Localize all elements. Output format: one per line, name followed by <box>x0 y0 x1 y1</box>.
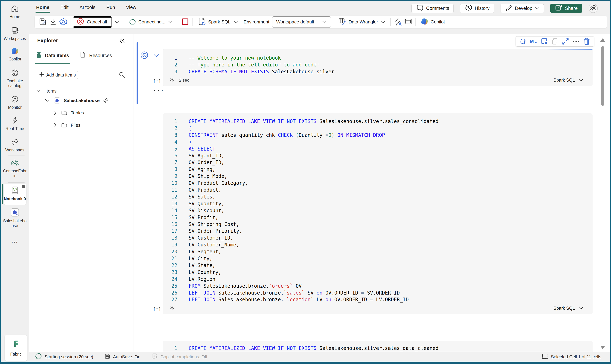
code-line: 13SV.Quantity, <box>163 200 592 207</box>
collapsed-output-indicator[interactable]: ... <box>153 86 164 92</box>
explorer-tab-data-items[interactable]: Data items <box>36 52 69 64</box>
menu-tab-edit[interactable]: Edit <box>60 3 69 13</box>
rail-item-saleslakehouse[interactable]: SalesLakehouse <box>1 208 28 228</box>
add-data-items-button[interactable]: Add data items <box>37 71 78 79</box>
rail-item-realtime[interactable]: Real-Time <box>1 117 28 131</box>
menu-tab-home[interactable]: Home <box>36 3 50 13</box>
scrollbar-thumb[interactable] <box>601 46 604 106</box>
more-actions-icon[interactable] <box>572 38 580 45</box>
rail-item-onelake[interactable]: OneLakecatalog <box>1 69 28 88</box>
cancel-all-dropdown[interactable] <box>112 21 122 24</box>
workspace-environment-select[interactable]: Workspace default <box>272 16 331 28</box>
share-button[interactable]: Share <box>550 4 582 13</box>
unsaved-dot <box>22 185 25 188</box>
cell-language-picker[interactable]: Spark SQL <box>554 78 583 83</box>
scroll-up-arrow[interactable] <box>600 38 606 43</box>
chevron-down-icon <box>381 19 385 25</box>
collapse-panel-icon[interactable] <box>119 38 125 44</box>
environment-button[interactable]: Environment <box>241 17 272 27</box>
pin-icon[interactable] <box>103 98 108 103</box>
expand-cell-icon[interactable] <box>562 38 569 45</box>
data-wrangler-button[interactable]: Data Wrangler <box>335 17 388 27</box>
code-line: 23LV.Country, <box>163 269 592 276</box>
rail-item-contosofabric[interactable]: ContosoFabric <box>1 159 28 178</box>
chevron-right-icon[interactable] <box>54 111 57 115</box>
session-status-button[interactable]: Connecting... <box>126 17 176 27</box>
rail-item-workspaces[interactable]: Workspaces <box>1 26 28 41</box>
code-formatter-button[interactable] <box>393 17 403 27</box>
explorer-tab-resources[interactable]: Resources <box>80 52 112 64</box>
status-bar: Starting session (20 sec) AutoSave: On C… <box>28 352 610 362</box>
cancel-all-button[interactable]: Cancel all <box>73 16 112 28</box>
duplicate-cell-icon[interactable] <box>551 38 559 45</box>
fabric-logo-card[interactable]: Fabric <box>5 335 27 361</box>
cancel-run-icon[interactable] <box>140 51 149 60</box>
code-text: LV.Segment, <box>189 248 221 255</box>
menu-tab-view[interactable]: View <box>126 3 136 13</box>
export-button[interactable] <box>48 17 58 27</box>
copilot-button-label: Copilot <box>431 19 445 25</box>
menu-tab-run[interactable]: Run <box>106 3 116 13</box>
delete-cell-icon[interactable] <box>583 38 591 45</box>
settings-button[interactable] <box>58 17 68 27</box>
menu-tab-ai-tools[interactable]: AI tools <box>79 3 96 13</box>
rail-item-notebook0[interactable]: Notebook 0 <box>1 186 28 201</box>
flash_a-icon <box>394 17 402 27</box>
session-status-label: Starting session (20 sec) <box>45 354 93 359</box>
variables-panel-button[interactable] <box>403 17 413 27</box>
session-status: Starting session (20 sec) <box>35 352 93 361</box>
tree-item-tables[interactable]: Tables <box>54 109 84 117</box>
scroll-down-arrow[interactable] <box>600 345 606 351</box>
copilot-cell-icon[interactable] <box>519 38 527 45</box>
execution-count-badge: [*] <box>152 307 162 312</box>
search-icon[interactable] <box>119 72 125 79</box>
rail-item-copilot[interactable]: Copilot <box>1 47 28 62</box>
chevron-down-icon[interactable] <box>45 99 50 102</box>
cell-language-picker[interactable]: Spark SQL <box>554 306 583 311</box>
code-cell-2[interactable]: 1CREATE MATERIALIZED LAKE VIEW IF NOT EX… <box>163 114 593 314</box>
code-line: 17SV.Order_Priority, <box>163 228 592 234</box>
develop-button[interactable]: Develop <box>501 4 544 13</box>
chevron-down-icon[interactable] <box>36 90 41 92</box>
workspace-environment-value: Workspace default <box>276 19 314 25</box>
code-text: CREATE MATERIALIZED LAKE VIEW IF NOT EXI… <box>189 118 438 125</box>
copilot-button[interactable]: Copilot <box>418 17 448 27</box>
copilot-completions-status[interactable]: Copilot completions: Off <box>152 353 207 361</box>
code-cell-1[interactable]: 1-- Welcome to your new notebook2-- Type… <box>163 49 593 86</box>
execution-count-badge: [*] <box>152 79 162 84</box>
rail-more-button[interactable]: ... <box>1 237 28 244</box>
rail-item-home[interactable]: Home <box>1 5 28 19</box>
cell-footer: Spark SQL <box>163 304 592 313</box>
chevron-right-icon[interactable] <box>54 123 57 128</box>
tree-item-saleslakehouse[interactable]: SalesLakehouse <box>45 96 108 105</box>
clear-outputs-icon[interactable] <box>541 38 548 45</box>
code-text: OV.Product, <box>189 186 221 193</box>
history-button[interactable]: History <box>460 4 494 13</box>
save-button[interactable] <box>38 17 48 27</box>
autosave-status[interactable]: AutoSave: On <box>104 353 140 360</box>
folder-icon <box>61 123 67 128</box>
code-line: 3CREATE SCHEMA IF NOT EXISTS SalesLakeho… <box>163 68 592 75</box>
gear-icon <box>59 17 68 27</box>
tree-item-files[interactable]: Files <box>54 121 81 129</box>
code-text: SV.Customer_ID, <box>189 234 233 241</box>
line-number: 24 <box>163 276 177 283</box>
convert-to-markdown-icon[interactable]: M <box>530 38 538 45</box>
stop-session-button[interactable] <box>180 17 190 27</box>
menu-actions: Comments History Develop Share <box>411 4 598 13</box>
toolbar-separator <box>70 18 71 26</box>
tree-item-items[interactable]: Items <box>36 87 57 95</box>
code-text: OV.Ship_Mode, <box>189 173 227 180</box>
rail-item-label: Copilot <box>1 57 28 62</box>
rail-item-workloads[interactable]: Workloads <box>1 138 28 153</box>
code-line: 20LV.Segment, <box>163 248 592 255</box>
collapse-cell-icon[interactable] <box>154 54 159 57</box>
rail-item-label: Home <box>1 14 28 19</box>
rail-item-monitor[interactable]: Monitor <box>1 95 28 110</box>
language-picker-button[interactable]: Spark SQL <box>195 17 241 27</box>
account-avatar[interactable] <box>589 4 598 13</box>
code-line: 19LV.Customer_Name, <box>163 241 592 248</box>
code-text: SV.Order_Priority, <box>189 228 242 234</box>
comments-button[interactable]: Comments <box>411 4 454 13</box>
code-line: 3CONSTRAINT sales_quantity_chk CHECK (Qu… <box>163 132 592 139</box>
